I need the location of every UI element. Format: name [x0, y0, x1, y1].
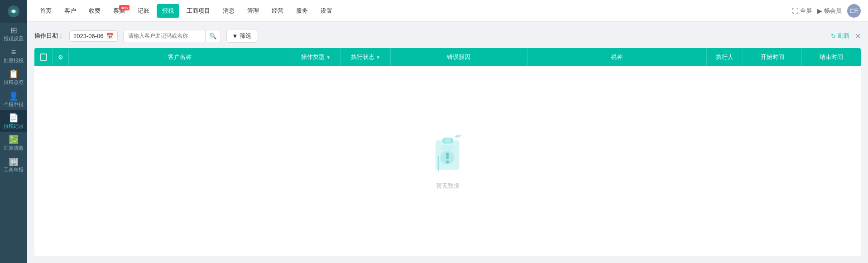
sidebar-item-settlement[interactable]: 💹 汇算清缴 [0, 132, 27, 154]
member-icon: ▶ [817, 7, 822, 15]
status-filter-icon: ▼ [376, 55, 380, 60]
nav-item-home[interactable]: 首页 [34, 4, 57, 18]
search-button[interactable]: 🔍 [205, 30, 221, 42]
tax-records-icon: 📄 [9, 114, 19, 122]
sidebar-item-batch-tax[interactable]: ≡ 批量报税 [0, 44, 27, 66]
nav-item-finance[interactable]: 经营 [266, 4, 289, 18]
sidebar-item-label: 报税记录 [4, 123, 24, 129]
sidebar-item-annual-report[interactable]: 🏢 工商年报 [0, 154, 27, 175]
th-endtime: 结束时间 [802, 49, 861, 66]
nav-item-bookkeeping[interactable]: 记账 [132, 4, 155, 18]
sidebar-item-label: 报税总览 [4, 79, 24, 85]
header-checkbox[interactable] [40, 54, 47, 61]
search-input[interactable] [124, 30, 205, 41]
th-checkbox[interactable] [34, 49, 53, 65]
th-executor: 执行人 [707, 49, 743, 66]
th-optype[interactable]: 操作类型 ▼ [291, 49, 341, 66]
filter-icon: ▼ [232, 33, 238, 39]
page-content: 操作日期： 2023-06-06 📅 🔍 ▼ 筛选 ↻ [27, 22, 868, 263]
nav-item-tax[interactable]: 报税 [157, 4, 179, 18]
sidebar-item-label: 个税申报 [4, 102, 24, 107]
nav-item-management[interactable]: 管理 [242, 4, 264, 18]
svg-point-1 [12, 10, 15, 13]
th-starttime: 开始时间 [743, 49, 802, 66]
new-badge: new [119, 5, 129, 11]
settlement-icon: 💹 [9, 136, 19, 144]
refresh-button[interactable]: ↻ 刷新 [831, 32, 849, 40]
table-body: 暂无数据 [34, 66, 861, 256]
svg-rect-8 [446, 152, 448, 159]
close-button[interactable]: ✕ [855, 32, 861, 40]
nav-item-business[interactable]: 工商项目 [181, 4, 216, 18]
fullscreen-icon: ⛶ [792, 7, 798, 15]
refresh-icon: ↻ [831, 33, 836, 39]
date-value: 2023-06-06 [73, 33, 104, 39]
content-area: 操作日期： 2023-06-06 📅 🔍 ▼ 筛选 ↻ [27, 22, 868, 263]
th-status[interactable]: 执行状态 ▼ [341, 49, 391, 66]
close-icon: ✕ [855, 32, 861, 40]
member-button[interactable]: ▶ 畅会员 [817, 7, 842, 15]
main-wrapper: 首页 客户 收费 票据 new 记账 报税 工商项目 消息 [27, 0, 868, 263]
svg-point-9 [446, 161, 448, 163]
sidebar-logo [0, 0, 27, 23]
th-error: 错误股因 [391, 49, 528, 66]
batch-tax-icon: ≡ [11, 48, 16, 56]
nav-item-services[interactable]: 服务 [291, 4, 313, 18]
empty-state: 暂无数据 [427, 132, 468, 190]
date-input[interactable]: 2023-06-06 📅 [69, 30, 118, 42]
nav-item-customers[interactable]: 客户 [59, 4, 82, 18]
settings-icon: ⚙ [58, 54, 63, 61]
top-navigation: 首页 客户 收费 票据 new 记账 报税 工商项目 消息 [27, 0, 868, 22]
empty-illustration [427, 132, 468, 177]
toolbar: 操作日期： 2023-06-06 📅 🔍 ▼ 筛选 ↻ [34, 29, 861, 43]
tax-overview-icon: 📋 [9, 70, 19, 78]
sidebar-item-label: 报税设置 [4, 36, 24, 42]
calendar-icon: 📅 [106, 33, 114, 39]
nav-item-settings[interactable]: 设置 [315, 4, 338, 18]
personal-tax-icon: 👤 [9, 92, 19, 100]
sidebar-item-tax-records[interactable]: 📄 报税记录 [0, 110, 27, 132]
sidebar-item-personal-tax[interactable]: 👤 个税申报 [0, 88, 27, 110]
nav-items: 首页 客户 收费 票据 new 记账 报税 工商项目 消息 [34, 4, 792, 18]
sidebar-item-tax-settings[interactable]: ⊞ 报税设置 [0, 23, 27, 44]
th-settings[interactable]: ⚙ [53, 49, 69, 65]
optype-filter-icon: ▼ [326, 55, 331, 60]
tax-settings-icon: ⊞ [10, 26, 17, 34]
nav-item-invoices[interactable]: 票据 new [108, 4, 130, 18]
avatar[interactable]: CE [847, 4, 861, 18]
sidebar: ⊞ 报税设置 ≡ 批量报税 📋 报税总览 👤 个税申报 📄 报税记录 💹 汇算清… [0, 0, 27, 263]
nav-item-billing[interactable]: 收费 [83, 4, 106, 18]
empty-text: 暂无数据 [436, 182, 460, 190]
table-header: ⚙ 客户名称 操作类型 ▼ 执行状态 ▼ 错误股因 [34, 48, 861, 66]
th-customer: 客户名称 [69, 49, 291, 66]
search-icon: 🔍 [209, 33, 217, 39]
sidebar-item-tax-overview[interactable]: 📋 报税总览 [0, 66, 27, 88]
svg-rect-5 [444, 139, 451, 143]
sidebar-item-label: 汇算清缴 [4, 145, 24, 151]
sidebar-item-label: 工商年报 [4, 167, 24, 173]
th-taxtype: 税种 [528, 49, 707, 66]
date-label: 操作日期： [34, 32, 64, 40]
table-container: ⚙ 客户名称 操作类型 ▼ 执行状态 ▼ 错误股因 [34, 48, 861, 256]
search-wrapper: 🔍 [123, 30, 221, 42]
fullscreen-button[interactable]: ⛶ 全屏 [792, 7, 812, 15]
nav-item-messages[interactable]: 消息 [217, 4, 240, 18]
filter-button[interactable]: ▼ 筛选 [226, 29, 258, 43]
topnav-right: ⛶ 全屏 ▶ 畅会员 CE [792, 4, 861, 18]
sidebar-item-label: 批量报税 [4, 58, 24, 63]
svg-marker-11 [437, 169, 439, 172]
annual-report-icon: 🏢 [9, 157, 19, 166]
